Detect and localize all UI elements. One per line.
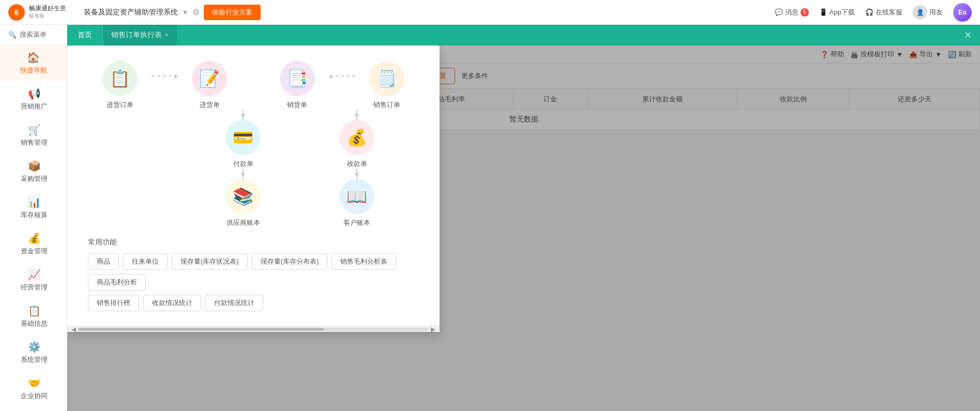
node-customer-account[interactable]: 📖 客户账本 bbox=[315, 179, 398, 227]
func-btn-collection-stat[interactable]: 收款情况统计 bbox=[143, 295, 201, 311]
user-btn[interactable]: 👤 用友 bbox=[913, 5, 943, 20]
online-service-label: 在线客服 bbox=[876, 8, 902, 17]
message-badge: 5 bbox=[801, 8, 809, 17]
tab-sales-order-label: 销售订单执行表 bbox=[111, 31, 162, 40]
tab-close-icon[interactable]: × bbox=[165, 32, 169, 39]
sidebar-item-finance[interactable]: 💰 资金管理 bbox=[0, 226, 67, 262]
node-receipt[interactable]: 💰 收款单 bbox=[315, 120, 398, 169]
search-menu-btn[interactable]: 🔍 搜索菜单 bbox=[0, 25, 67, 45]
flow-row-2: 💳 付款单 💰 收款单 bbox=[88, 120, 419, 169]
sidebar-label-enterprise: 企业协同 bbox=[21, 391, 48, 401]
supplier-account-circle: 📚 bbox=[225, 179, 261, 214]
node-payment[interactable]: 💳 付款单 bbox=[202, 120, 284, 169]
flow-row-3: 📚 供应商账本 📖 客户账本 bbox=[88, 179, 419, 227]
settings-icon[interactable]: ⚙ bbox=[192, 7, 200, 17]
node-supplier-account[interactable]: 📚 供应商账本 bbox=[202, 179, 284, 227]
sidebar-label-sales: 销售管理 bbox=[21, 138, 48, 147]
payment-icon: 💳 bbox=[233, 128, 253, 147]
func-btn-partner[interactable]: 往来单位 bbox=[123, 253, 168, 270]
customer-account-label: 客户账本 bbox=[343, 218, 370, 227]
arrow-down-receipt bbox=[315, 110, 398, 120]
sidebar-item-quick[interactable]: 🏠 快捷导航 bbox=[0, 45, 67, 81]
logo-text-block: 畅康通好生意 标准版 bbox=[29, 5, 66, 20]
func-btn-stock-status[interactable]: 现存量(库存状况表) bbox=[172, 253, 248, 270]
top-header: 6 畅康通好生意 标准版 装备及固定资产辅助管理系统 ▼ ⚙ 体验行业方案 💬 … bbox=[0, 0, 980, 25]
func-btn-sales-profit[interactable]: 销售毛利分析表 bbox=[331, 253, 396, 270]
sidebar-item-marketing[interactable]: 📢 营销推广 bbox=[0, 81, 67, 117]
search-menu-label: 搜索菜单 bbox=[20, 30, 47, 39]
page-content: ❓ 帮助 🖨️ 按模板打印 ▼ 📤 导出 ▼ 🔄 刷新 bbox=[67, 45, 980, 411]
purchase-bill-circle: 📝 bbox=[192, 61, 227, 96]
experience-btn[interactable]: 体验行业方案 bbox=[204, 5, 261, 20]
flow-row-arrows2 bbox=[88, 169, 419, 179]
popup-scrollbar: ◀ ▶ bbox=[67, 326, 440, 332]
main-layout: 🔍 搜索菜单 🏠 快捷导航 📢 营销推广 🛒 销售管理 📦 采购管理 📊 库存核… bbox=[0, 25, 980, 411]
message-label: 消息 bbox=[785, 8, 798, 17]
sidebar-item-basic[interactable]: 📋 基础信息 bbox=[0, 298, 67, 334]
flow-row-arrows bbox=[88, 110, 419, 120]
func-btn-payment-stat[interactable]: 付款情况统计 bbox=[205, 295, 263, 311]
node-sales-order[interactable]: 🗒️ 销售订单 bbox=[355, 61, 419, 110]
scrollbar-track bbox=[78, 328, 429, 331]
func-btn-product[interactable]: 商品 bbox=[88, 253, 119, 270]
sidebar-label-purchase: 采购管理 bbox=[21, 174, 48, 184]
v-line-payment bbox=[243, 110, 244, 120]
popup: 📋 进货订单 bbox=[67, 45, 440, 332]
dropdown-arrow-icon[interactable]: ▼ bbox=[182, 9, 188, 16]
phone-icon: 📱 bbox=[819, 8, 827, 16]
sidebar-label-inventory: 库存核算 bbox=[21, 210, 48, 220]
sidebar-item-inventory[interactable]: 📊 库存核算 bbox=[0, 190, 67, 226]
ea-label: Ea bbox=[958, 8, 967, 16]
sidebar-item-sales[interactable]: 🛒 销售管理 bbox=[0, 117, 67, 154]
supplier-account-icon: 📚 bbox=[233, 187, 253, 206]
system-title: 装备及固定资产辅助管理系统 bbox=[84, 8, 178, 17]
sales-order-icon: 🗒️ bbox=[376, 69, 397, 88]
message-icon: 💬 bbox=[775, 8, 783, 16]
tab-close-all-btn[interactable]: ✕ bbox=[956, 29, 980, 41]
user-name: 用友 bbox=[929, 8, 943, 17]
common-functions: 常用功能 商品 往来单位 现存量(库存状况表) 现存量(库存分布表) 销售毛利分… bbox=[88, 238, 419, 311]
logo-sub: 标准版 bbox=[29, 12, 66, 20]
logo-icon: 6 bbox=[8, 4, 25, 21]
sidebar-item-operation[interactable]: 📈 经营管理 bbox=[0, 262, 67, 298]
node-sales-bill[interactable]: 📑 销货单 bbox=[265, 61, 329, 110]
purchase-icon: 📦 bbox=[28, 160, 41, 172]
user-avatar: 👤 bbox=[913, 5, 927, 20]
arrow-to-sales-bill bbox=[329, 61, 355, 77]
v-line-receipt bbox=[356, 110, 357, 120]
operation-icon: 📈 bbox=[28, 268, 41, 281]
v-line-customer bbox=[356, 169, 357, 179]
flow-row-1: 📋 进货订单 bbox=[88, 61, 419, 110]
message-btn[interactable]: 💬 消息 5 bbox=[775, 8, 809, 17]
scroll-left-btn[interactable]: ◀ bbox=[69, 326, 78, 333]
func-buttons-row1: 商品 往来单位 现存量(库存状况表) 现存量(库存分布表) 销售毛利分析表 商品… bbox=[88, 253, 419, 291]
popup-overlay: 📋 进货订单 bbox=[67, 45, 980, 411]
func-btn-product-profit[interactable]: 商品毛利分析 bbox=[88, 274, 146, 291]
ea-avatar[interactable]: Ea bbox=[953, 3, 972, 22]
receipt-label: 收款单 bbox=[347, 159, 367, 169]
func-btn-stock-dist[interactable]: 现存量(库存分布表) bbox=[252, 253, 328, 270]
sidebar-item-purchase[interactable]: 📦 采购管理 bbox=[0, 154, 67, 190]
scroll-right-btn[interactable]: ▶ bbox=[429, 326, 438, 333]
tab-home[interactable]: 首页 bbox=[67, 25, 103, 45]
node-purchase-order[interactable]: 📋 进货订单 bbox=[88, 61, 152, 110]
receipt-icon: 💰 bbox=[346, 128, 367, 147]
arrow-down-supplier bbox=[202, 169, 284, 179]
node-purchase-bill[interactable]: 📝 进货单 bbox=[177, 61, 241, 110]
app-download-btn[interactable]: 📱 App下载 bbox=[819, 8, 855, 17]
sidebar-label-quick: 快捷导航 bbox=[20, 66, 47, 75]
inventory-icon: 📊 bbox=[28, 196, 41, 208]
supplier-account-label: 供应商账本 bbox=[227, 218, 260, 227]
sidebar-item-newbie[interactable]: 🎯 新手引导 bbox=[0, 407, 67, 411]
receipt-circle: 💰 bbox=[339, 120, 374, 155]
arrow-down-payment bbox=[202, 110, 284, 120]
purchase-order-icon: 📋 bbox=[110, 69, 130, 88]
sales-order-label: 销售订单 bbox=[373, 100, 400, 110]
online-service-btn[interactable]: 🎧 在线客服 bbox=[865, 8, 902, 17]
sidebar-label-basic: 基础信息 bbox=[21, 319, 48, 328]
sidebar-item-system[interactable]: ⚙️ 系统管理 bbox=[0, 334, 67, 371]
customer-account-circle: 📖 bbox=[339, 179, 374, 214]
func-btn-sales-rank[interactable]: 销售排行榜 bbox=[88, 295, 139, 311]
tab-sales-order[interactable]: 销售订单执行表 × bbox=[103, 25, 177, 45]
sidebar-item-enterprise[interactable]: 🤝 企业协同 bbox=[0, 371, 67, 407]
